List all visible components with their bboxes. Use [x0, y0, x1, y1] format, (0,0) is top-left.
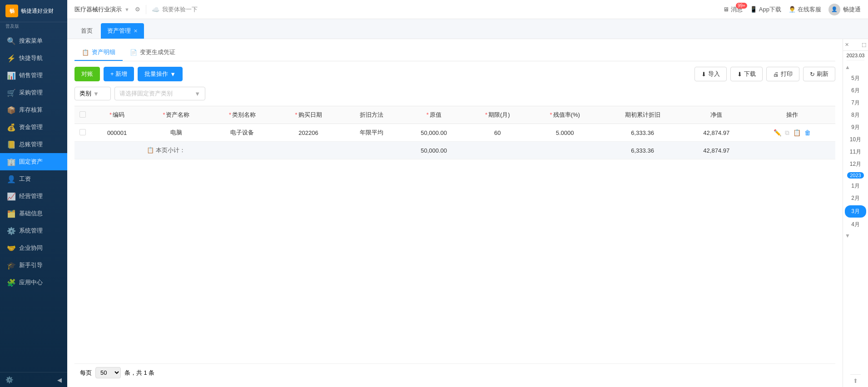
page-size-select[interactable]: 50 100 200 — [95, 367, 121, 378]
subtab-asset-detail-label: 资产明细 — [92, 48, 115, 56]
timeline-month-6[interactable]: 6月 — [843, 84, 868, 97]
cell-purchase-date: 202206 — [275, 124, 342, 142]
timeline-month-2[interactable]: 2月 — [843, 192, 868, 204]
sidebar-item-enterprise[interactable]: 🤝 企业协同 — [0, 239, 67, 257]
tab-close-icon[interactable]: ✕ — [134, 28, 138, 34]
message-item[interactable]: 🖥 消息 99+ — [723, 5, 743, 14]
payroll-icon: 👤 — [7, 175, 15, 183]
sidebar-bottom: ⚙️ ◀ — [0, 372, 67, 387]
edit-icon[interactable]: ✏️ — [774, 129, 781, 136]
table-row: 000001 电脑 电子设备 202206 年限平均 50,000.00 60 … — [74, 124, 835, 142]
app-logo-icon: 畅 — [5, 5, 18, 17]
experience-button[interactable]: ☁️ 我要体验一下 — [152, 5, 198, 14]
sidebar-item-app-center[interactable]: 🧩 应用中心 — [0, 274, 67, 291]
download-label: 下载 — [744, 70, 756, 78]
sidebar-item-app-center-label: 应用中心 — [19, 278, 43, 287]
subtab-voucher-label: 变更生成凭证 — [140, 48, 175, 56]
duplicate-icon[interactable]: 📋 — [793, 129, 801, 136]
timeline-collapse-icon[interactable]: ⬆ — [853, 377, 858, 384]
sidebar-item-ledger[interactable]: 📒 总账管理 — [0, 136, 67, 153]
sales-icon: 📊 — [7, 71, 15, 79]
timeline-month-12[interactable]: 12月 — [843, 158, 868, 170]
subtab-voucher[interactable]: 📄 变更生成凭证 — [123, 45, 183, 61]
support-icon: 👨‍💼 — [789, 6, 796, 13]
sidebar-item-operations[interactable]: 📈 经营管理 — [0, 188, 67, 205]
batch-ops-button[interactable]: 批量操作 ▼ — [138, 67, 183, 81]
category-filter[interactable]: 类别 ▼ — [74, 87, 111, 100]
panel-close-icon[interactable]: ✕ — [845, 42, 849, 48]
timeline-month-4[interactable]: 4月 — [843, 218, 868, 231]
timeline-scroll-up-icon[interactable]: ▲ — [843, 62, 868, 72]
copy-icon[interactable]: ⧉ — [785, 129, 789, 137]
subtab-asset-detail[interactable]: 📋 资产明细 — [74, 45, 123, 61]
subtotal-empty2 — [342, 142, 402, 159]
filter-input-arrow-icon: ▼ — [194, 90, 200, 97]
sidebar-item-basic-info-label: 基础信息 — [19, 209, 43, 218]
topbar: 医疗器械行业演示 ▼ ⚙ ☁️ 我要体验一下 🖥 消息 99+ 📱 App下载 … — [67, 0, 868, 19]
sidebar-item-fixed-assets[interactable]: 🏢 固定资产 — [0, 153, 67, 170]
company-selector[interactable]: 医疗器械行业演示 ▼ — [74, 5, 129, 14]
th-depreciation-method: 折旧方法 — [342, 106, 402, 124]
sidebar-item-quicknav[interactable]: ⚡ 快捷导航 — [0, 50, 67, 67]
category-filter-label: 类别 — [79, 89, 91, 98]
timeline-month-8[interactable]: 8月 — [843, 109, 868, 121]
online-support-label: 在线客服 — [798, 5, 821, 14]
cell-period-months: 60 — [466, 124, 529, 142]
timeline-month-10[interactable]: 10月 — [843, 134, 868, 146]
timeline-month-3[interactable]: 3月 — [845, 205, 866, 218]
tab-asset-management[interactable]: 资产管理 ✕ — [101, 23, 144, 39]
timeline-scroll-down-icon[interactable]: ▼ — [843, 231, 868, 241]
sidebar-item-inventory-label: 库存核算 — [19, 106, 43, 114]
row-checkbox[interactable] — [79, 129, 86, 135]
timeline-month-11[interactable]: 11月 — [843, 146, 868, 158]
select-all-header[interactable] — [74, 106, 91, 124]
new-button[interactable]: + 新增 — [104, 67, 134, 81]
timeline-month-5[interactable]: 5月 — [843, 72, 868, 84]
tab-home[interactable]: 首页 — [74, 23, 99, 39]
sidebar-item-newbie[interactable]: 🎓 新手引导 — [0, 257, 67, 274]
th-code: *编码 — [91, 106, 143, 124]
app-download-item[interactable]: 📱 App下载 — [750, 5, 781, 14]
import-button[interactable]: ⬇ 导入 — [694, 67, 727, 81]
sidebar-item-purchase[interactable]: 🛒 采购管理 — [0, 84, 67, 101]
sidebar-collapse-button[interactable]: ◀ — [57, 377, 62, 383]
th-category: *类别名称 — [209, 106, 276, 124]
sidebar-item-system[interactable]: ⚙️ 系统管理 — [0, 222, 67, 239]
print-button[interactable]: 🖨 打印 — [766, 67, 799, 81]
timeline-month-7[interactable]: 7月 — [843, 97, 868, 109]
user-item[interactable]: 👤 畅捷通 — [828, 4, 861, 15]
sidebar-item-basic-info[interactable]: 🗂️ 基础信息 — [0, 205, 67, 222]
refresh-button[interactable]: ↻ 刷新 — [803, 67, 835, 81]
subtotal-row: 📋本页小计： 50,000.00 6,333.36 42,874.97 — [74, 142, 835, 159]
category-input[interactable]: 请选择固定资产类别 ▼ — [114, 87, 205, 100]
timeline-month-9[interactable]: 9月 — [843, 121, 868, 134]
asset-tab-label: 资产管理 — [107, 27, 131, 35]
subtotal-original-value: 50,000.00 — [402, 142, 466, 159]
sidebar-item-sales[interactable]: 📊 销售管理 — [0, 67, 67, 84]
sidebar-item-sales-label: 销售管理 — [19, 71, 43, 79]
sidebar-item-search-label: 搜索菜单 — [19, 37, 43, 45]
sidebar-item-ledger-label: 总账管理 — [19, 140, 43, 149]
topbar-right: 🖥 消息 99+ 📱 App下载 👨‍💼 在线客服 👤 畅捷通 — [723, 4, 861, 15]
select-all-checkbox[interactable] — [79, 111, 86, 118]
timeline-month-1[interactable]: 1月 — [843, 180, 868, 192]
sidebar-item-search[interactable]: 🔍 搜索菜单 — [0, 32, 67, 50]
settings-icon[interactable]: ⚙️ — [5, 376, 13, 383]
sidebar-item-inventory[interactable]: 📦 库存核算 — [0, 101, 67, 119]
search-icon: 🔍 — [7, 37, 15, 45]
download-button[interactable]: ⬇ 下载 — [730, 67, 763, 81]
subtotal-net-value: 42,874.97 — [684, 142, 749, 159]
username-label: 畅捷通 — [843, 5, 861, 14]
panel-expand-icon[interactable]: ⬚ — [862, 42, 866, 48]
th-period-months: *期限(月) — [466, 106, 529, 124]
sidebar-item-funds[interactable]: 💰 资金管理 — [0, 119, 67, 136]
category-filter-arrow-icon: ▼ — [93, 90, 99, 97]
row-checkbox-cell[interactable] — [74, 124, 91, 142]
th-net-value: 净值 — [684, 106, 749, 124]
subtotal-empty4 — [529, 142, 601, 159]
online-support-item[interactable]: 👨‍💼 在线客服 — [789, 5, 821, 14]
settings-gear-icon[interactable]: ⚙ — [135, 6, 140, 13]
reconcile-button[interactable]: 对账 — [74, 67, 100, 81]
delete-icon[interactable]: 🗑 — [804, 129, 811, 136]
sidebar-item-payroll[interactable]: 👤 工资 — [0, 170, 67, 188]
